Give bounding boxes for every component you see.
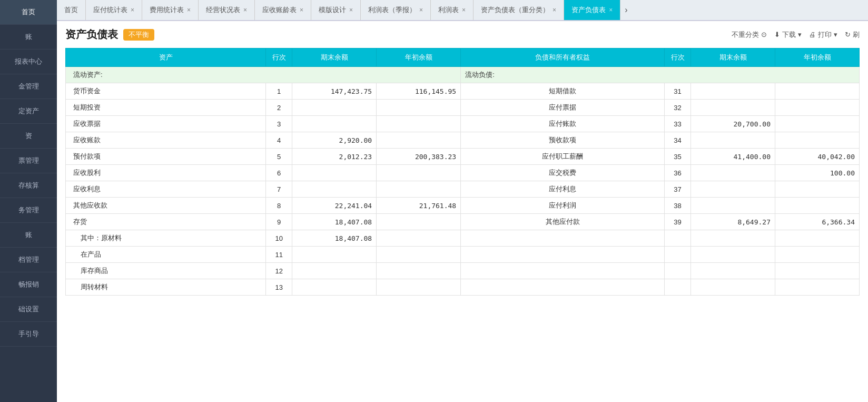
sidebar-item-inventory[interactable]: 存核算 (0, 173, 57, 198)
tab-profit-quarterly-close[interactable]: × (419, 6, 423, 14)
right-end-balance (691, 83, 775, 100)
help-icon: ⊙ (761, 31, 767, 38)
page-title-area: 资产负债表 不平衡 (65, 27, 154, 42)
right-end-balance (691, 181, 775, 198)
right-end-balance: 20,700.00 (691, 116, 775, 132)
header-end-balance: 期末余额 (292, 48, 377, 67)
table-row: 其他应收款 (66, 198, 266, 214)
right-item: 应付职工薪酬 (461, 149, 665, 165)
right-row-num: 37 (665, 181, 691, 198)
left-start-balance (377, 230, 461, 247)
header-end-balance2: 期末余额 (691, 48, 775, 67)
left-start-balance (377, 247, 461, 263)
right-start-balance (775, 198, 860, 214)
right-item: 应付账款 (461, 116, 665, 132)
sidebar-item-bill-mgmt[interactable]: 票管理 (0, 149, 57, 173)
main-area: 首页 应付统计表 × 费用统计表 × 经营状况表 × 应收账龄表 × 模版设计 … (57, 0, 868, 402)
right-start-balance (775, 279, 860, 296)
tab-balance-reclassified[interactable]: 资产负债表（重分类） × (474, 0, 564, 21)
classify-button[interactable]: 不重分类 ⊙ (732, 30, 767, 40)
download-label: 下载 (782, 30, 796, 40)
header-start-balance: 年初余额 (377, 48, 461, 67)
page-header: 资产负债表 不平衡 不重分类 ⊙ ⬇ 下载 ▾ 🖨 打印 ▾ (65, 27, 860, 42)
right-end-balance (691, 198, 775, 214)
right-item: 应付利润 (461, 198, 665, 214)
right-row-num: 34 (665, 132, 691, 149)
header-asset: 资产 (66, 48, 266, 67)
right-end-balance (691, 100, 775, 116)
sidebar-item-ledger[interactable]: 账 (0, 223, 57, 248)
left-end-balance: 2,012.23 (292, 149, 377, 165)
right-item: 应交税费 (461, 165, 665, 181)
sidebar-item-archive[interactable]: 档管理 (0, 248, 57, 272)
tab-receivable-aging-close[interactable]: × (300, 6, 303, 14)
left-start-balance (377, 263, 461, 279)
tab-business-status-close[interactable]: × (243, 6, 247, 14)
right-end-balance (691, 230, 775, 247)
left-row-num: 9 (266, 214, 292, 230)
tab-profit[interactable]: 利润表 × (431, 0, 474, 21)
table-row: 预付款项 (66, 149, 266, 165)
tab-profit-label: 利润表 (438, 5, 459, 15)
sidebar-item-investment[interactable]: 资 (0, 124, 57, 149)
left-row-num: 5 (266, 149, 292, 165)
right-row-num: 35 (665, 149, 691, 165)
sidebar-item-account[interactable]: 账 (0, 25, 57, 50)
right-item (461, 263, 665, 279)
tab-expense-stats-label: 费用统计表 (150, 5, 184, 15)
report-table: 资产 行次 期末余额 年初余额 负债和所有者权益 行次 期末余额 年初余额 流动… (65, 48, 860, 296)
print-chevron-icon: ▾ (834, 31, 837, 38)
refresh-icon: ↻ (845, 31, 851, 38)
tab-balance[interactable]: 资产负债表 × (564, 0, 620, 21)
tab-scroll-right[interactable]: › (620, 0, 632, 21)
tab-balance-reclassified-close[interactable]: × (553, 6, 556, 14)
right-row-num: 32 (665, 100, 691, 116)
tab-home-label: 首页 (64, 5, 78, 15)
table-row: 存货 (66, 214, 266, 230)
sidebar-item-guide[interactable]: 手引导 (0, 322, 57, 347)
sidebar-item-fixed-asset[interactable]: 定资产 (0, 99, 57, 124)
classify-label: 不重分类 (732, 30, 759, 40)
tab-payable-stats-close[interactable]: × (131, 6, 134, 14)
tab-balance-reclassified-label: 资产负债表（重分类） (481, 5, 549, 15)
sidebar-item-settings[interactable]: 础设置 (0, 297, 57, 322)
sidebar-item-expense[interactable]: 畅报销 (0, 272, 57, 297)
table-row: 周转材料 (66, 279, 266, 296)
sidebar-item-fund-mgmt[interactable]: 金管理 (0, 74, 57, 99)
left-row-num: 12 (266, 263, 292, 279)
tab-profit-close[interactable]: × (462, 6, 466, 14)
right-end-balance: 8,649.27 (691, 214, 775, 230)
refresh-button[interactable]: ↻ 刷 (845, 30, 860, 40)
table-row: 其中：原材料 (66, 230, 266, 247)
tab-payable-stats[interactable]: 应付统计表 × (86, 0, 142, 21)
left-start-balance (377, 100, 461, 116)
tab-receivable-aging[interactable]: 应收账龄表 × (255, 0, 311, 21)
right-row-num: 39 (665, 214, 691, 230)
tab-template-design[interactable]: 模版设计 × (311, 0, 361, 21)
left-start-balance (377, 181, 461, 198)
header-row-num2: 行次 (665, 48, 691, 67)
tab-business-status[interactable]: 经营状况表 × (199, 0, 255, 21)
tab-expense-stats[interactable]: 费用统计表 × (142, 0, 199, 21)
tab-expense-stats-close[interactable]: × (187, 6, 191, 14)
print-button[interactable]: 🖨 打印 ▾ (809, 30, 837, 40)
tab-balance-close[interactable]: × (609, 6, 613, 14)
right-item: 应付票据 (461, 100, 665, 116)
table-row: 货币资金 (66, 83, 266, 100)
tab-balance-label: 资产负债表 (571, 5, 606, 15)
sidebar-item-tax-mgmt[interactable]: 务管理 (0, 198, 57, 223)
tab-home[interactable]: 首页 (57, 0, 86, 21)
tab-profit-quarterly[interactable]: 利润表（季报） × (361, 0, 431, 21)
right-end-balance (691, 263, 775, 279)
download-button[interactable]: ⬇ 下载 ▾ (774, 30, 802, 40)
left-end-balance (292, 279, 377, 296)
right-row-num (665, 230, 691, 247)
right-item: 其他应付款 (461, 214, 665, 230)
sidebar-item-report-center[interactable]: 报表中心 (0, 50, 57, 74)
left-start-balance: 21,761.48 (377, 198, 461, 214)
right-start-balance (775, 230, 860, 247)
right-row-num: 36 (665, 165, 691, 181)
tab-template-design-close[interactable]: × (349, 6, 353, 14)
print-icon: 🖨 (809, 31, 816, 38)
sidebar-item-home[interactable]: 首页 (0, 0, 57, 25)
